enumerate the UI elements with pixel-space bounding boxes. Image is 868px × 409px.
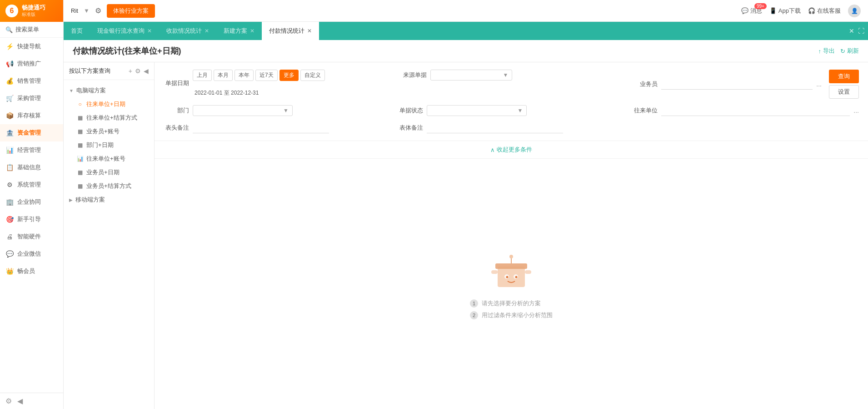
sidebar-item-member[interactable]: 👑畅会员	[0, 263, 63, 280]
export-button[interactable]: ↑ 导出	[818, 47, 835, 55]
scheme-add-icon[interactable]: +	[129, 67, 132, 75]
tip-text-1: 请先选择要分析的方案	[482, 299, 541, 308]
group-arrow-desktop: ▼	[69, 88, 74, 93]
sidebar-item-icon-quick-nav: ⚡	[5, 42, 14, 50]
sidebar-search[interactable]: 🔍 搜索菜单	[0, 22, 63, 38]
sidebar-item-system[interactable]: ⚙系统管理	[0, 176, 63, 193]
tab-payment-stats[interactable]: 付款情况统计✕	[262, 22, 319, 40]
dept-select[interactable]: ▼	[193, 105, 293, 116]
tab-label-bank-flow: 现金银行流水查询	[97, 27, 145, 35]
sidebar-item-label-guide: 新手引导	[17, 215, 41, 223]
topbar-settings-icon[interactable]: ⚙	[95, 6, 101, 15]
tab-close-bank-flow[interactable]: ✕	[147, 28, 152, 34]
tab-expand-icon[interactable]: ⛶	[858, 27, 864, 35]
date-btn-this-month[interactable]: 本月	[214, 70, 233, 81]
sidebar-item-marketing[interactable]: 📢营销推广	[0, 55, 63, 72]
header-note-input[interactable]	[193, 122, 329, 133]
scheme-item-staff-settlement[interactable]: ▦业务员+结算方式	[64, 179, 154, 193]
avatar-icon: 👤	[851, 8, 858, 14]
source-doc-select[interactable]: ▼	[430, 70, 512, 81]
sidebar-item-enterprise[interactable]: 🏢企业协同	[0, 193, 63, 211]
empty-tip-1: 1 请先选择要分析的方案	[470, 299, 553, 308]
search-icon: 🔍	[5, 26, 13, 33]
staff-label: 业务员	[632, 80, 658, 88]
sidebar-item-wechat[interactable]: 💬企业微信	[0, 245, 63, 263]
sidebar-item-purchase[interactable]: 🛒采购管理	[0, 90, 63, 107]
sidebar-item-operation[interactable]: 📊经营管理	[0, 141, 63, 159]
content-area: 付款情况统计(往来单位+日期) ↑ 导出 ↻ 刷新 按以下方案查询	[64, 40, 868, 409]
footer-settings-icon[interactable]: ⚙	[5, 397, 12, 405]
doc-status-select[interactable]: ▼	[427, 105, 527, 116]
scheme-settings-icon[interactable]: ⚙	[135, 67, 141, 75]
doc-status-label: 单据状态	[398, 106, 423, 115]
sidebar-item-basic[interactable]: 📋基础信息	[0, 159, 63, 176]
logo-text: 畅捷通巧	[22, 4, 45, 11]
scheme-group-header-desktop[interactable]: ▼电脑端方案	[64, 84, 154, 97]
scheme-item-partner-account[interactable]: 📊往来单位+账号	[64, 152, 154, 166]
partner-input[interactable]	[661, 105, 850, 116]
tab-collection-stats[interactable]: 收款情况统计✕	[159, 22, 216, 40]
sidebar-item-label-basic: 基础信息	[17, 163, 41, 172]
date-btn-last-7[interactable]: 近7天	[255, 70, 278, 81]
body-note-cell: 表体备注	[398, 122, 624, 133]
sidebar-item-quick-nav[interactable]: ⚡快捷导航	[0, 38, 63, 55]
company-dropdown-icon[interactable]: ▼	[84, 7, 90, 14]
group-arrow-mobile: ▶	[69, 197, 73, 202]
scheme-item-staff-date[interactable]: ▦业务员+日期	[64, 166, 154, 179]
service-label: 在线客服	[817, 7, 841, 15]
tab-close-new-scheme[interactable]: ✕	[250, 28, 254, 34]
tab-new-scheme[interactable]: 新建方案✕	[216, 22, 262, 40]
settings-button[interactable]: 设置	[829, 85, 859, 99]
tab-close-collection-stats[interactable]: ✕	[205, 28, 209, 34]
tab-close-all-icon[interactable]: ✕	[849, 27, 854, 35]
sidebar-item-icon-system: ⚙	[5, 181, 14, 189]
partner-dots[interactable]: ...	[853, 107, 859, 114]
scheme-item-staff-account[interactable]: ▦业务员+账号	[64, 125, 154, 138]
header-note-cell: 表头备注	[164, 122, 390, 133]
svg-rect-9	[525, 270, 531, 274]
sidebar-nav: ⚡快捷导航📢营销推广💰销售管理🛒采购管理📦库存核算🏦资金管理📊经营管理📋基础信息…	[0, 38, 63, 393]
scheme-collapse-icon[interactable]: ◀	[144, 67, 149, 75]
sidebar-item-label-purchase: 采购管理	[17, 94, 41, 102]
group-label-desktop: 电脑端方案	[76, 86, 106, 95]
header-note-label: 表头备注	[164, 124, 189, 132]
staff-input[interactable]	[661, 79, 813, 90]
tab-close-payment-stats[interactable]: ✕	[307, 28, 312, 34]
scheme-item-partner-settlement[interactable]: ▦往来单位+结算方式	[64, 111, 154, 125]
scheme-group-header-mobile[interactable]: ▶移动端方案	[64, 193, 154, 207]
sidebar-item-icon-hardware: 🖨	[5, 232, 14, 241]
scheme-item-dept-date[interactable]: ▦部门+日期	[64, 138, 154, 152]
sidebar-item-label-sales: 销售管理	[17, 77, 41, 85]
sidebar-item-label-member: 畅会员	[17, 267, 35, 275]
body-note-input[interactable]	[427, 122, 563, 133]
sidebar-item-hardware[interactable]: 🖨智能硬件	[0, 228, 63, 245]
scheme-item-label-partner-date: 往来单位+日期	[86, 100, 125, 108]
dept-cell: 部门 ▼	[164, 105, 390, 116]
trial-button[interactable]: 体验行业方案	[107, 4, 155, 18]
topbar: Rit ▼ ⚙ 体验行业方案 💬 消息 99+ 📱 App下载 🎧 在线客服 👤	[64, 0, 868, 22]
refresh-button[interactable]: ↻ 刷新	[840, 47, 859, 55]
tab-bank-flow[interactable]: 现金银行流水查询✕	[90, 22, 159, 40]
date-btn-custom[interactable]: 自定义	[300, 70, 325, 81]
date-btn-more[interactable]: 更多	[279, 70, 299, 81]
date-btn-this-year[interactable]: 本年	[234, 70, 254, 81]
scheme-item-icon-dept-date: ▦	[76, 141, 84, 149]
page-header: 付款情况统计(往来单位+日期) ↑ 导出 ↻ 刷新	[64, 40, 868, 62]
source-doc-cell: 来源单据 ▼	[398, 70, 624, 81]
scheme-item-partner-date[interactable]: ○往来单位+日期	[64, 97, 154, 111]
scheme-item-label-partner-settlement: 往来单位+结算方式	[86, 114, 137, 122]
message-item[interactable]: 💬 消息 99+	[741, 7, 762, 15]
query-button[interactable]: 查询	[829, 70, 859, 83]
online-service-item[interactable]: 🎧 在线客服	[808, 7, 841, 15]
footer-collapse-icon[interactable]: ◀	[17, 397, 23, 405]
app-download-item[interactable]: 📱 App下载	[769, 7, 801, 15]
collapse-button[interactable]: ∧ 收起更多条件	[490, 146, 532, 154]
date-btn-last-month[interactable]: 上月	[193, 70, 212, 81]
sidebar-item-sales[interactable]: 💰销售管理	[0, 72, 63, 90]
user-avatar[interactable]: 👤	[848, 5, 861, 17]
tab-home[interactable]: 首页	[64, 22, 90, 40]
sidebar-item-inventory[interactable]: 📦库存核算	[0, 107, 63, 124]
sidebar-item-guide[interactable]: 🎯新手引导	[0, 211, 63, 228]
staff-dots[interactable]: ...	[816, 81, 822, 88]
sidebar-item-capital[interactable]: 🏦资金管理	[0, 124, 63, 141]
